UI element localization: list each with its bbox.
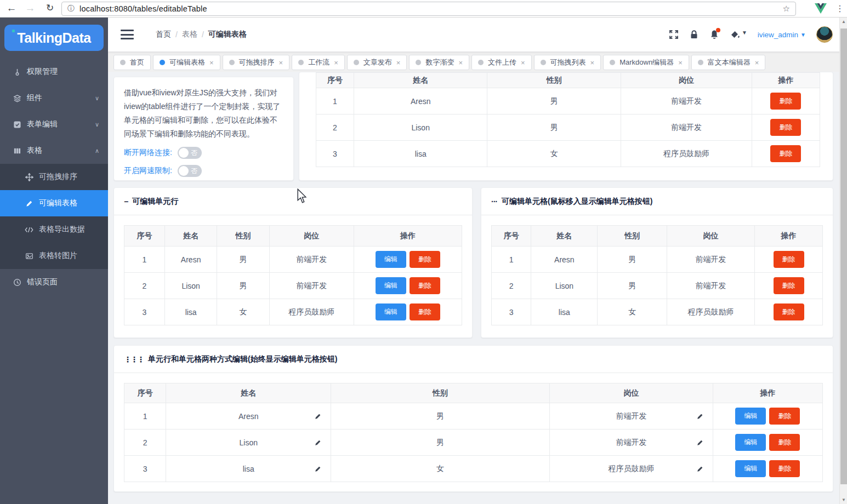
tab-richtext-editor[interactable]: 富文本编辑器× bbox=[691, 55, 766, 70]
breadcrumb-section[interactable]: 表格 bbox=[182, 30, 197, 39]
edit-cell-pencil-icon[interactable] bbox=[696, 465, 704, 473]
scrollbar-thumb[interactable] bbox=[840, 28, 847, 484]
edit-button[interactable]: 编辑 bbox=[376, 251, 406, 268]
tab-close-icon[interactable]: × bbox=[678, 59, 683, 67]
ellipsis-icon: ··· bbox=[491, 197, 497, 206]
sidebar-item-drag-sort[interactable]: 可拖拽排序 bbox=[0, 164, 108, 190]
edit-cell-pencil-icon[interactable] bbox=[314, 413, 322, 420]
delete-button[interactable]: 删除 bbox=[770, 145, 801, 162]
delete-button[interactable]: 删除 bbox=[770, 93, 801, 110]
browser-reload-icon[interactable]: ↻ bbox=[43, 1, 57, 15]
browser-menu-icon[interactable]: ⋮ bbox=[835, 2, 844, 15]
sidebar-item-permission[interactable]: 权限管理 bbox=[0, 59, 108, 85]
edit-button[interactable]: 编辑 bbox=[735, 408, 766, 425]
cell-name: Lison bbox=[354, 114, 487, 141]
tab-home[interactable]: 首页 bbox=[113, 55, 151, 70]
theme-paint-icon[interactable]: ▼ bbox=[730, 30, 747, 39]
network-throttle-toggle[interactable]: 否 bbox=[178, 165, 202, 177]
user-menu[interactable]: iview_admin ▼ bbox=[758, 31, 806, 39]
tab-article-publish[interactable]: 文章发布× bbox=[347, 55, 407, 70]
fullscreen-icon[interactable] bbox=[669, 30, 679, 39]
page-scrollbar[interactable]: ▲ ▼ bbox=[839, 18, 847, 504]
lock-icon[interactable] bbox=[689, 30, 699, 39]
browser-back-icon[interactable]: ← bbox=[4, 1, 19, 15]
scroll-down-arrow[interactable]: ▼ bbox=[840, 496, 847, 504]
sidebar-item-label: 表格 bbox=[27, 146, 42, 156]
col-header: 性别 bbox=[217, 226, 269, 247]
tab-drag-list[interactable]: 可拖拽列表× bbox=[534, 55, 601, 70]
cell-no: 1 bbox=[316, 88, 354, 114]
sidebar-item-tables[interactable]: 表格 ∧ bbox=[0, 138, 108, 164]
tab-dot bbox=[229, 60, 235, 65]
delete-button[interactable]: 删除 bbox=[410, 303, 440, 320]
tab-file-upload[interactable]: 文件上传× bbox=[471, 55, 532, 70]
browser-forward-icon[interactable]: → bbox=[23, 1, 37, 15]
tab-dot bbox=[541, 60, 546, 65]
cell-no: 2 bbox=[316, 114, 354, 141]
sidebar-item-table-export[interactable]: 表格导出数据 bbox=[0, 216, 108, 243]
row-and-cell-edit-card: ⋮⋮⋮ 单元行和单元格两种方式编辑(始终显示编辑单元格按钮) 序号 姓名 性别 … bbox=[113, 345, 833, 492]
delete-button[interactable]: 删除 bbox=[770, 119, 801, 136]
tab-markdown-editor[interactable]: Markdown编辑器× bbox=[603, 55, 689, 70]
tab-close-icon[interactable]: × bbox=[279, 59, 283, 67]
edit-cell-pencil-icon[interactable] bbox=[314, 439, 322, 446]
tab-number-gradient[interactable]: 数字渐变× bbox=[409, 55, 469, 70]
tab-label: 文章发布 bbox=[363, 58, 392, 67]
page-info-icon[interactable]: ⓘ bbox=[67, 4, 75, 14]
cell-name: lisa bbox=[354, 141, 487, 167]
hamburger-menu-icon[interactable] bbox=[121, 30, 134, 39]
delete-button[interactable]: 删除 bbox=[410, 251, 440, 268]
logo-accent bbox=[12, 30, 15, 32]
edit-cell-pencil-icon[interactable] bbox=[314, 465, 322, 473]
disconnect-network-toggle[interactable]: 否 bbox=[178, 147, 202, 159]
breadcrumb-home[interactable]: 首页 bbox=[156, 30, 171, 39]
address-bar[interactable]: ⓘ localhost:8080/tables/editableTable ☆ bbox=[61, 2, 796, 16]
edit-button[interactable]: 编辑 bbox=[376, 277, 406, 294]
edit-button[interactable]: 编辑 bbox=[735, 460, 766, 477]
username: iview_admin bbox=[758, 31, 798, 39]
tab-close-icon[interactable]: × bbox=[458, 59, 463, 67]
tab-close-icon[interactable]: × bbox=[590, 59, 595, 67]
sidebar-item-components[interactable]: 组件 ∨ bbox=[0, 85, 108, 111]
intro-card: 借助vue和iview对原生JS的强大支持，我们对iview的table组件进行… bbox=[113, 77, 294, 181]
sidebar-item-form-edit[interactable]: 表单编辑 ∨ bbox=[0, 111, 108, 138]
tab-close-icon[interactable]: × bbox=[209, 59, 214, 67]
notification-bell-icon[interactable] bbox=[709, 30, 719, 40]
edit-button[interactable]: 编辑 bbox=[735, 434, 766, 451]
tab-dot bbox=[698, 60, 703, 65]
url-text[interactable]: localhost:8080/tables/editableTable bbox=[79, 4, 207, 13]
tab-close-icon[interactable]: × bbox=[755, 59, 759, 67]
table-icon bbox=[12, 147, 22, 155]
sidebar-item-error-pages[interactable]: 错误页面 bbox=[0, 269, 108, 295]
edit-button[interactable]: 编辑 bbox=[376, 303, 406, 320]
tab-drag-sort[interactable]: 可拖拽排序× bbox=[223, 55, 290, 70]
logo-text: TalkingData bbox=[17, 30, 90, 46]
delete-button[interactable]: 删除 bbox=[774, 303, 804, 320]
delete-button[interactable]: 删除 bbox=[410, 277, 440, 294]
tab-close-icon[interactable]: × bbox=[396, 59, 401, 67]
vue-devtools-icon[interactable] bbox=[815, 3, 827, 16]
col-header: 操作 bbox=[713, 383, 822, 403]
scroll-up-arrow[interactable]: ▲ bbox=[840, 18, 847, 26]
delete-button[interactable]: 删除 bbox=[769, 434, 800, 451]
delete-button[interactable]: 删除 bbox=[769, 460, 800, 477]
tab-dot bbox=[478, 60, 484, 65]
editable-row-card: − 可编辑单元行 序号 姓名 性别 岗位 操作 1 Aresn bbox=[113, 187, 473, 338]
code-icon bbox=[24, 226, 34, 233]
sidebar-item-editable-table[interactable]: 可编辑表格 bbox=[0, 190, 108, 216]
tab-close-icon[interactable]: × bbox=[521, 59, 525, 67]
error-clock-icon bbox=[12, 278, 22, 287]
tab-workflow[interactable]: 工作流× bbox=[292, 55, 345, 70]
sidebar-item-table-to-image[interactable]: 表格转图片 bbox=[0, 243, 108, 269]
tab-editable-table[interactable]: 可编辑表格× bbox=[153, 55, 220, 70]
edit-cell-pencil-icon[interactable] bbox=[696, 439, 704, 446]
tab-close-icon[interactable]: × bbox=[334, 59, 338, 67]
main-content: 借助vue和iview对原生JS的强大支持，我们对iview的table组件进行… bbox=[108, 72, 839, 504]
edit-cell-pencil-icon[interactable] bbox=[696, 413, 704, 420]
delete-button[interactable]: 删除 bbox=[769, 408, 800, 425]
avatar[interactable] bbox=[816, 26, 833, 43]
delete-button[interactable]: 删除 bbox=[774, 251, 804, 268]
tab-label: Markdown编辑器 bbox=[619, 58, 674, 67]
delete-button[interactable]: 删除 bbox=[774, 277, 804, 294]
bookmark-star-icon[interactable]: ☆ bbox=[783, 4, 790, 14]
